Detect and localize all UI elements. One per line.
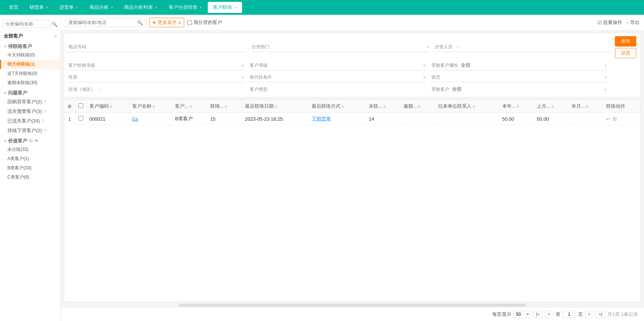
filter-status[interactable]: 状态 ∨ bbox=[431, 73, 607, 82]
filter-customer-type[interactable]: 客户类型 bbox=[250, 85, 425, 94]
nav-item-analysis[interactable]: 商品分析 × bbox=[84, 2, 118, 13]
filter-nature-select[interactable]: ∨ bbox=[80, 75, 244, 79]
th-last-contact-date[interactable]: 最后联络日期⇅ bbox=[242, 100, 309, 113]
th-last-contact-method[interactable]: 最后联络方式⇅ bbox=[309, 100, 366, 113]
search-icon[interactable]: 🔍 bbox=[137, 20, 143, 25]
select-all-checkbox[interactable] bbox=[78, 103, 83, 108]
my-customers-checkbox-label[interactable]: 我分管的客户 bbox=[187, 19, 222, 26]
sidebar-search-icon[interactable]: 🔍 bbox=[52, 21, 57, 27]
filter-more-btn[interactable]: ▼ 更多条件 ∧ bbox=[149, 18, 184, 27]
customer-name-link[interactable]: Ea bbox=[132, 116, 138, 122]
th-contacts[interactable]: 联络...⇅ bbox=[207, 100, 242, 113]
per-page-select[interactable]: 50 10 20 100 bbox=[514, 311, 531, 318]
refresh-icon[interactable]: ↻ bbox=[29, 138, 33, 144]
payment-chevron-icon: ∨ bbox=[423, 75, 426, 79]
my-customers-checkbox[interactable] bbox=[187, 20, 192, 25]
nav-item-customer-contact[interactable]: 客户联络 × bbox=[208, 2, 242, 13]
th-checkbox[interactable] bbox=[75, 100, 86, 113]
th-this-month[interactable]: 本月...⇅ bbox=[568, 100, 603, 113]
filter-region[interactable]: 区域（地区） ··· bbox=[69, 85, 244, 94]
sidebar-all-customers[interactable]: 全部客户 « bbox=[0, 31, 60, 41]
th-overdue[interactable]: 逾期...⇅ bbox=[400, 100, 435, 113]
sidebar-item-churn-warning[interactable]: 流失预警客户(3) ? bbox=[0, 107, 60, 116]
batch-op-btn[interactable]: ☑ 批量操作 bbox=[598, 19, 622, 26]
th-this-year[interactable]: 本年...⇅ bbox=[499, 100, 534, 113]
close-customer-contact-icon[interactable]: × bbox=[234, 5, 237, 10]
filter-retail-attr[interactable]: 零散客户属性 全部 ∨ bbox=[431, 61, 607, 70]
sidebar-collapse-icon[interactable]: « bbox=[55, 34, 57, 38]
page-number-input[interactable] bbox=[563, 311, 576, 318]
nav-item-customer-tier[interactable]: 客户分层经营 × bbox=[164, 2, 207, 13]
sidebar-item-churned[interactable]: 已流失客户(24) ? bbox=[0, 116, 60, 126]
filter-payment-select[interactable]: ∨ bbox=[275, 75, 425, 79]
sidebar-item-today-contact[interactable]: 今天待联络(0) bbox=[0, 51, 60, 60]
close-analysis-list-icon[interactable]: × bbox=[155, 5, 157, 10]
filter-nature[interactable]: 性质 ∨ bbox=[69, 73, 244, 82]
td-last-contact-method[interactable]: 下销货单 bbox=[309, 113, 366, 125]
th-no-contact[interactable]: 未联...⇅ bbox=[366, 100, 400, 113]
th-contact-person[interactable]: 往来单位联系人⇅ bbox=[435, 100, 499, 113]
td-checkbox[interactable] bbox=[75, 113, 86, 125]
filter-region-dots[interactable]: ··· bbox=[98, 87, 244, 92]
horizontal-scrollbar[interactable] bbox=[64, 303, 641, 307]
row-checkbox[interactable] bbox=[78, 116, 83, 121]
sidebar-item-repurchase-abnormal[interactable]: 回购异常客户(2) ? bbox=[0, 97, 60, 107]
sidebar-item-overdue-contact[interactable]: 逾期未联络(30) bbox=[0, 78, 60, 87]
filter-manager-dots[interactable]: ··· bbox=[455, 45, 612, 50]
close-purchaseorder-icon[interactable]: × bbox=[76, 5, 78, 10]
close-analysis-icon[interactable]: × bbox=[111, 5, 113, 10]
nav-home[interactable]: 首页 bbox=[4, 2, 24, 13]
first-page-btn[interactable]: |< bbox=[533, 311, 543, 318]
filter-payment[interactable]: 收付款条件 ∨ bbox=[250, 73, 425, 82]
sidebar-item-7days-contact[interactable]: 近7天待联络(0) bbox=[0, 69, 60, 78]
th-code[interactable]: 客户编码⇅ bbox=[86, 100, 129, 113]
filter-price-level-select[interactable]: ∨ bbox=[98, 63, 244, 68]
filter-retail-customer-select[interactable]: 全部 ∨ bbox=[452, 86, 607, 93]
contact-method-link[interactable]: 下销货单 bbox=[312, 116, 331, 121]
filter-retail-customer[interactable]: 零散客户 全部 ∨ bbox=[431, 84, 607, 94]
sidebar-value-customers-group[interactable]: ▼ 价值客户 ↻ ✎ bbox=[0, 135, 60, 145]
sidebar-pending-contact-group[interactable]: ▼ 待联络客户 bbox=[0, 41, 60, 51]
table-container: ⚙ 客户编码⇅ 客户名称⇅ 客户...⇅ 联络...⇅ 最后联络日期⇅ 最后联络… bbox=[64, 100, 641, 302]
sidebar-item-class-b[interactable]: B类客户(33) bbox=[0, 163, 60, 173]
sidebar-problem-customers-group[interactable]: ▼ 问题客户 bbox=[0, 87, 60, 97]
sidebar-item-tomorrow-contact[interactable]: 明天待联络(1) bbox=[0, 60, 60, 69]
sidebar-item-class-c[interactable]: C类客户(6) bbox=[0, 173, 60, 182]
grid-action-icon[interactable]: ⊞ bbox=[613, 116, 617, 122]
filter-price-level[interactable]: 客户价格等级 ∨ bbox=[69, 61, 244, 70]
filter-dept-select[interactable]: ∨ bbox=[272, 45, 429, 49]
close-salesorder-icon[interactable]: × bbox=[46, 5, 48, 10]
sidebar-item-class-a[interactable]: A类客户(1) bbox=[0, 154, 60, 163]
filter-customer-level[interactable]: 客户等级 ∨ bbox=[250, 61, 425, 70]
filter-dept[interactable]: 分管部门 ∨ bbox=[252, 42, 429, 52]
filter-phone[interactable]: 电话号码 bbox=[69, 42, 246, 52]
nav-item-purchaseorder[interactable]: 进货单 × bbox=[54, 2, 83, 13]
filter-customer-level-select[interactable]: ∨ bbox=[270, 63, 425, 68]
edit-icon[interactable]: ✎ bbox=[35, 138, 38, 144]
filter-retail-attr-select[interactable]: 全部 ∨ bbox=[461, 62, 607, 69]
filter-status-select[interactable]: ∨ bbox=[443, 75, 607, 79]
region-dots-icon: ··· bbox=[98, 87, 102, 92]
sidebar-item-declining[interactable]: 持续下滑客户(2) ? bbox=[0, 126, 60, 135]
td-this-year: 50.00 bbox=[499, 113, 534, 125]
sidebar-search-input[interactable] bbox=[3, 20, 50, 28]
nav-item-analysis-list[interactable]: 商品分析列表 × bbox=[119, 2, 162, 13]
setting-btn[interactable]: 设置 bbox=[615, 48, 636, 58]
contact-action-icon[interactable]: ↩ bbox=[606, 116, 610, 122]
nav-item-salesorder[interactable]: 销货单 × bbox=[24, 2, 53, 13]
td-name[interactable]: Ea bbox=[129, 113, 172, 125]
scrollbar-thumb[interactable] bbox=[179, 304, 525, 307]
th-last-month[interactable]: 上月...⇅ bbox=[534, 100, 568, 113]
next-page-btn[interactable]: > bbox=[585, 311, 594, 318]
th-type[interactable]: 客户...⇅ bbox=[172, 100, 207, 113]
query-btn[interactable]: 查询 bbox=[615, 36, 636, 46]
th-gear[interactable]: ⚙ bbox=[64, 100, 75, 113]
last-page-btn[interactable]: >| bbox=[596, 311, 605, 318]
close-customer-tier-icon[interactable]: × bbox=[200, 5, 202, 10]
sidebar-item-ungrouped[interactable]: 未分组(32) bbox=[0, 145, 60, 154]
prev-page-btn[interactable]: < bbox=[545, 311, 553, 318]
th-name[interactable]: 客户名称⇅ bbox=[129, 100, 172, 113]
export-btn[interactable]: ↑ 导出 bbox=[627, 19, 640, 26]
search-input[interactable] bbox=[69, 20, 137, 25]
filter-manager[interactable]: 分管人员 ··· bbox=[435, 42, 612, 52]
